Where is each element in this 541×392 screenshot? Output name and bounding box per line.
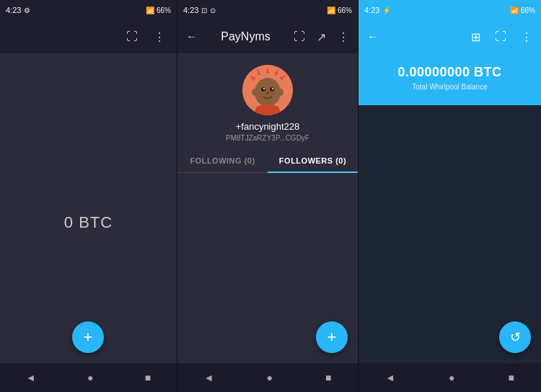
back-icon-2[interactable]: ←	[183, 27, 201, 46]
status-right-2: 📶 66%	[327, 6, 352, 14]
more-icon-2[interactable]: ⋮	[335, 27, 352, 47]
panel-whirlpool: 4:23 ⚡ 📶 66% ← ⊞ ⛶ ⋮ 0.00000000 BTC Tota…	[359, 0, 541, 392]
home-btn-3[interactable]: ●	[439, 366, 465, 389]
toolbar-1: ⛶ ⋮	[0, 20, 177, 53]
bottom-nav-3: ◄ ● ■	[359, 363, 541, 392]
btc-balance: 0 BTC	[64, 213, 113, 232]
profile-name: +fancynight228	[236, 121, 300, 132]
status-left-1: 4:23 ⚙	[6, 6, 30, 14]
tabs: FOLLOWING (0) FOLLOWERS (0)	[177, 149, 358, 173]
profile-id: PM8TJZaRZY3P...CGDyF	[226, 134, 309, 142]
whirlpool-balance: 0.00000000 BTC	[397, 65, 501, 80]
home-btn-1[interactable]: ●	[77, 366, 103, 389]
fullscreen-icon-1[interactable]: ⛶	[123, 27, 141, 46]
back-btn-2[interactable]: ◄	[194, 366, 224, 389]
fullscreen-icon-2[interactable]: ⛶	[291, 27, 308, 46]
svg-point-13	[278, 89, 283, 96]
status-bar-3: 4:23 ⚡ 📶 66%	[359, 0, 541, 20]
toolbar-title-2: PayNyms	[206, 30, 285, 43]
wifi-icon-3: 📶	[510, 6, 519, 14]
wifi-icon-2: 📶	[327, 6, 335, 14]
whirlpool-label: Total Whirlpool Balance	[412, 83, 488, 91]
status-right-1: 📶 66%	[146, 6, 171, 14]
share-icon-2[interactable]: ↗	[314, 27, 329, 47]
recents-btn-3[interactable]: ■	[498, 366, 524, 389]
whirlpool-fab-icon: ↺	[510, 329, 521, 345]
battery-2: 66%	[338, 6, 352, 14]
status-left-3: 4:23 ⚡	[364, 6, 391, 14]
notification-icon-3: ⚡	[382, 6, 391, 14]
notification-icon-1: ⚙	[24, 6, 30, 14]
more-icon-1[interactable]: ⋮	[151, 27, 168, 47]
svg-point-7	[261, 87, 265, 92]
fab-2[interactable]: +	[316, 321, 348, 353]
time-1: 4:23	[6, 6, 21, 14]
time-3: 4:23	[364, 6, 379, 14]
back-btn-1[interactable]: ◄	[16, 366, 46, 389]
recents-btn-2[interactable]: ■	[315, 366, 341, 389]
toolbar-3: ← ⊞ ⛶ ⋮	[359, 20, 541, 53]
battery-3: 66%	[521, 6, 535, 14]
tab-following[interactable]: FOLLOWING (0)	[177, 149, 268, 172]
fab-1[interactable]: +	[72, 321, 104, 353]
status-bar-1: 4:23 ⚙ 📶 66%	[0, 0, 177, 20]
tab-followers[interactable]: FOLLOWERS (0)	[268, 149, 358, 172]
toolbar-2: ← PayNyms ⛶ ↗ ⋮	[177, 20, 358, 53]
svg-point-10	[272, 88, 273, 89]
time-2: 4:23	[183, 6, 198, 14]
bottom-nav-1: ◄ ● ■	[0, 363, 177, 392]
cast-icon-2: ⊙	[210, 6, 216, 14]
status-left-2: 4:23 ⊡ ⊙	[183, 6, 216, 14]
avatar-svg	[242, 65, 293, 115]
panel-paynyms: 4:23 ⊡ ⊙ 📶 66% ← PayNyms ⛶ ↗ ⋮	[177, 0, 359, 392]
recents-btn-1[interactable]: ■	[135, 366, 161, 389]
wifi-icon-1: 📶	[146, 6, 154, 14]
grid-icon-3[interactable]: ⊞	[468, 27, 483, 47]
svg-point-8	[270, 87, 274, 92]
notification-icon-2: ⊡	[201, 6, 207, 14]
fullscreen-icon-3[interactable]: ⛶	[492, 27, 509, 46]
status-right-3: 📶 66%	[510, 6, 535, 14]
avatar	[242, 65, 293, 115]
back-btn-3[interactable]: ◄	[375, 366, 405, 389]
svg-point-12	[252, 89, 258, 96]
bottom-nav-2: ◄ ● ■	[177, 363, 358, 392]
battery-1: 66%	[157, 6, 171, 14]
fab-3[interactable]: ↺	[499, 321, 531, 353]
panel-btc-wallet: 4:23 ⚙ 📶 66% ⛶ ⋮ 0 BTC + ◄ ● ■	[0, 0, 177, 392]
home-btn-2[interactable]: ●	[256, 366, 282, 389]
svg-point-9	[263, 88, 265, 89]
svg-point-11	[266, 92, 269, 94]
more-icon-3[interactable]: ⋮	[518, 27, 535, 47]
whirlpool-header: 0.00000000 BTC Total Whirlpool Balance	[359, 53, 541, 105]
status-bar-2: 4:23 ⊡ ⊙ 📶 66%	[177, 0, 358, 20]
paynyms-content	[177, 173, 358, 392]
back-icon-3[interactable]: ←	[364, 27, 382, 46]
profile-section: +fancynight228 PM8TJZaRZY3P...CGDyF	[177, 53, 358, 149]
